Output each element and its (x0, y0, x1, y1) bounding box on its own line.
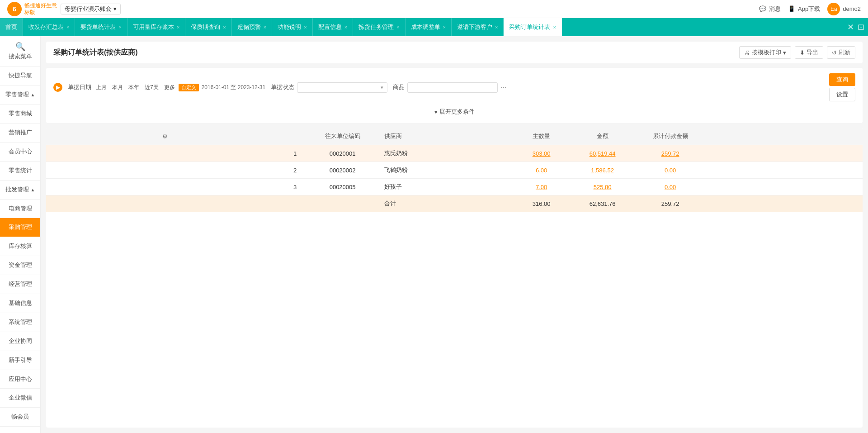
sidebar-item-operations[interactable]: 经营管理 (0, 275, 40, 294)
sidebar-wholesale-label: 批发管理 (5, 186, 29, 194)
footer-code (307, 195, 379, 212)
tab-available-stock[interactable]: 可用量库存账本 × (127, 18, 185, 36)
tab-func-desc-close[interactable]: × (304, 24, 307, 30)
print-icon: 🖨 (744, 49, 750, 56)
tab-warranty-close[interactable]: × (223, 24, 226, 30)
tab-func-desc[interactable]: 功能说明 × (272, 18, 312, 36)
goods-input[interactable] (407, 82, 498, 93)
settings-button[interactable]: 设置 (829, 88, 855, 101)
sidebar-item-member[interactable]: 会员中心 (0, 143, 40, 162)
tab-overstock-close[interactable]: × (264, 24, 266, 30)
app-download-btn[interactable]: 📱 App下载 (788, 5, 820, 13)
sidebar-item-basic-info[interactable]: 基础信息 (0, 294, 40, 313)
row-2-settings (46, 162, 284, 179)
row-2-qty-link[interactable]: 6.00 (536, 167, 547, 174)
sidebar-item-finance[interactable]: 资金管理 (0, 256, 40, 275)
tab-cost-adjust-close[interactable]: × (443, 24, 446, 30)
shortcut-this-month[interactable]: 本月 (110, 83, 125, 92)
logo-line1: 畅捷通好生意 (24, 2, 57, 9)
message-label: 消息 (769, 5, 781, 13)
sidebar-item-retail-stats[interactable]: 零售统计 (0, 162, 40, 181)
user-menu[interactable]: Ea demo2 (827, 3, 861, 15)
sidebar-item-purchase[interactable]: 采购管理 (0, 218, 40, 237)
sidebar-item-search[interactable]: 🔍 搜索菜单 (0, 36, 40, 67)
tab-order-summary-close[interactable]: × (118, 24, 121, 30)
col-header-code: 往来单位编码 (307, 128, 379, 145)
workspace-selector[interactable]: 母婴行业演示账套 ▾ (61, 4, 121, 14)
sidebar-search-label: 搜索菜单 (9, 53, 32, 61)
col-header-amount: 金额 (569, 128, 637, 145)
shortcut-more[interactable]: 更多 (162, 83, 177, 92)
tab-available-stock-close[interactable]: × (177, 24, 179, 30)
export-button[interactable]: ⬇ 导出 (795, 46, 823, 59)
tab-pick-task[interactable]: 拣货任务管理 × (353, 18, 405, 36)
sidebar-item-vip[interactable]: 畅会员 (0, 408, 40, 427)
sidebar-item-retail-manage[interactable]: 零售管理 ▲ (0, 86, 40, 105)
user-name: demo2 (843, 5, 861, 12)
col-header-settings[interactable]: ⚙ (46, 128, 284, 145)
sidebar-item-stock-check[interactable]: 库存核算 (0, 237, 40, 256)
sidebar-item-ecommerce[interactable]: 电商管理 (0, 200, 40, 219)
sidebar-marketing-label: 营销推广 (9, 129, 32, 137)
sidebar-retail-mall-label: 零售商城 (9, 110, 32, 118)
sidebar-retail-manage-arrow: ▲ (31, 92, 35, 98)
tab-collect-pay[interactable]: 收发存汇总表 × (23, 18, 75, 36)
custom-date-tag[interactable]: 自定义 (179, 84, 199, 91)
print-button[interactable]: 🖨 按模板打印 ▾ (739, 46, 791, 59)
shortcut-last-month[interactable]: 上月 (94, 83, 108, 92)
tab-purchase-summary-close[interactable]: × (553, 24, 556, 30)
tab-overstock[interactable]: 超储预警 × (232, 18, 272, 36)
row-3-paid-link[interactable]: 0.00 (665, 184, 676, 190)
sidebar-item-wholesale[interactable]: 批发管理 ▲ (0, 181, 40, 200)
shortcut-7-days[interactable]: 近7天 (143, 83, 160, 92)
goods-more-icon[interactable]: ··· (500, 83, 506, 91)
expand-more-btn[interactable]: ▾ 展开更多条件 (53, 106, 855, 118)
sidebar-item-new-guide[interactable]: 新手引导 (0, 351, 40, 370)
sidebar-stock-check-label: 库存核算 (9, 243, 32, 250)
row-2-amount-link[interactable]: 1,586.52 (591, 167, 614, 174)
row-1-amount-link[interactable]: 60,519.44 (590, 150, 616, 157)
sidebar-item-retail-mall[interactable]: 零售商城 (0, 105, 40, 124)
nav-expand-btn[interactable]: ⊡ (858, 22, 864, 32)
date-shortcuts: 上月 本月 本年 近7天 更多 自定义 (94, 83, 199, 92)
status-select[interactable]: ▾ (297, 82, 387, 93)
tab-pick-task-close[interactable]: × (396, 24, 399, 30)
sidebar-item-enterprise-collab[interactable]: 企业协同 (0, 332, 40, 351)
tab-cost-adjust[interactable]: 成本调整单 × (406, 18, 452, 36)
row-2-code: 00020002 (307, 162, 379, 179)
sidebar-item-app-center[interactable]: 应用中心 (0, 370, 40, 389)
row-1-paid-link[interactable]: 259.72 (661, 150, 679, 157)
row-2-paid-link[interactable]: 0.00 (665, 167, 676, 174)
row-3-code: 00020005 (307, 179, 379, 195)
tab-invite[interactable]: 邀请下游客户 × (452, 18, 504, 36)
sidebar-item-enterprise-wechat[interactable]: 企业微信 (0, 389, 40, 408)
nav-close-btn[interactable]: ✕ (847, 22, 854, 32)
row-3-qty-link[interactable]: 7.00 (536, 184, 547, 190)
sidebar-item-quick-nav[interactable]: 快捷导航 (0, 67, 40, 86)
tab-collect-pay-close[interactable]: × (66, 24, 69, 30)
tab-overstock-label: 超储预警 (237, 23, 261, 31)
refresh-label: 刷新 (839, 48, 850, 57)
tab-order-summary-label: 要货单统计表 (80, 23, 116, 31)
avatar: Ea (827, 3, 840, 15)
tab-order-summary[interactable]: 要货单统计表 × (75, 18, 127, 36)
tab-config-close[interactable]: × (344, 24, 347, 30)
status-filter-group: 单据状态 ▾ (271, 82, 387, 93)
message-btn[interactable]: 💬 消息 (759, 5, 781, 13)
refresh-button[interactable]: ↺ 刷新 (827, 46, 855, 59)
sidebar-item-sys-manage[interactable]: 系统管理 (0, 313, 40, 332)
row-3-amount-link[interactable]: 525.80 (594, 184, 612, 190)
tab-pick-task-label: 拣货任务管理 (359, 23, 394, 31)
sidebar-item-marketing[interactable]: 营销推广 (0, 124, 40, 143)
query-button[interactable]: 查询 (829, 73, 855, 86)
tab-invite-close[interactable]: × (495, 24, 498, 30)
filter-toggle[interactable]: ▶ (53, 83, 62, 92)
tab-warranty[interactable]: 保质期查询 × (185, 18, 231, 36)
row-1-qty-link[interactable]: 303.00 (533, 150, 551, 157)
shortcut-this-year[interactable]: 本年 (127, 83, 141, 92)
sidebar-purchase-label: 采购管理 (9, 224, 32, 231)
tab-purchase-summary[interactable]: 采购订单统计表 × (504, 18, 561, 36)
tab-config[interactable]: 配置信息 × (313, 18, 353, 36)
app-download-label: App下载 (798, 5, 820, 13)
tab-home[interactable]: 首页 (0, 18, 23, 36)
